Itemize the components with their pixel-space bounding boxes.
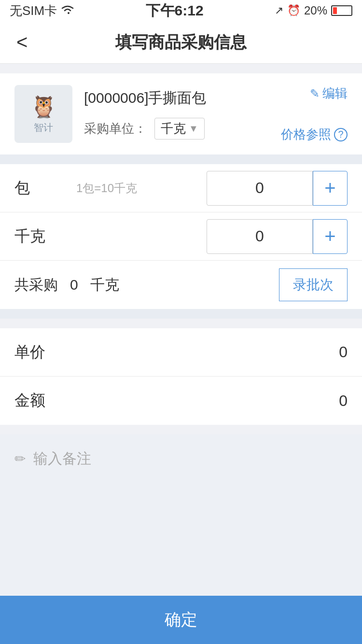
bag-sub-label: 1包=10千克 — [76, 181, 137, 196]
edit-button[interactable]: ✎ 编辑 — [310, 85, 348, 102]
alarm-icon: ⏰ — [287, 4, 300, 17]
note-placeholder: 输入备注 — [33, 449, 91, 469]
product-img-label: 智计 — [34, 121, 53, 134]
status-right: ↗ ⏰ 20% — [275, 4, 352, 17]
battery-percent: 20% — [304, 4, 327, 17]
bag-plus-icon: + — [324, 177, 335, 199]
dropdown-arrow-icon: ▼ — [189, 123, 198, 134]
carrier-label: 无SIM卡 — [10, 2, 57, 19]
kg-plus-icon: + — [324, 225, 335, 247]
bag-input-row: 包 1包=10千克 0 + — [0, 164, 362, 212]
unit-price-value: 0 — [339, 343, 348, 361]
kg-input-row: 千克 0 + — [0, 212, 362, 261]
amount-value: 0 — [339, 392, 348, 410]
status-bar: 无SIM卡 下午6:12 ↗ ⏰ 20% — [0, 0, 362, 21]
unit-value: 千克 — [161, 120, 186, 137]
unit-select[interactable]: 千克 ▼ — [154, 118, 205, 140]
bag-value: 0 — [255, 179, 264, 197]
record-batch-button[interactable]: 录批次 — [279, 268, 348, 301]
battery-icon — [331, 5, 352, 16]
question-icon: ? — [334, 128, 348, 141]
nav-bar: < 填写商品采购信息 — [0, 21, 362, 64]
page-title: 填写商品采购信息 — [115, 31, 247, 54]
bag-plus-button[interactable]: + — [313, 171, 348, 206]
kg-input-box[interactable]: 0 — [207, 219, 313, 254]
back-button[interactable]: < — [12, 27, 32, 58]
bag-label: 包 — [14, 178, 72, 199]
product-name: [0000006]手撕面包 — [84, 88, 348, 108]
summary-label: 共采购 — [14, 277, 58, 293]
unit-price-row: 单价 0 — [0, 328, 362, 377]
kg-value: 0 — [255, 227, 264, 245]
amount-label: 金额 — [14, 390, 45, 411]
price-section: 单价 0 金额 0 — [0, 328, 362, 425]
confirm-bar[interactable]: 确定 — [0, 596, 362, 644]
product-img-owl-icon: 🦉 — [30, 94, 57, 119]
unit-price-label: 单价 — [14, 342, 45, 363]
price-ref-button[interactable]: 价格参照 ? — [281, 126, 348, 143]
summary-unit: 千克 — [90, 277, 119, 293]
pencil-icon: ✏ — [14, 451, 26, 467]
edit-icon: ✎ — [310, 87, 320, 100]
location-icon: ↗ — [275, 4, 283, 17]
section-divider-1 — [0, 154, 362, 164]
kg-plus-button[interactable]: + — [313, 219, 348, 254]
status-left: 无SIM卡 — [10, 2, 74, 19]
input-section: 包 1包=10千克 0 + 千克 0 + 共采购 0 — [0, 164, 362, 309]
summary-row: 共采购 0 千克 录批次 — [0, 261, 362, 309]
product-image: 🦉 智计 — [14, 85, 72, 143]
unit-label: 采购单位： — [84, 120, 147, 137]
amount-row: 金额 0 — [0, 377, 362, 425]
wifi-icon — [61, 3, 74, 18]
kg-label: 千克 — [14, 226, 72, 247]
note-section[interactable]: ✏ 输入备注 — [0, 434, 362, 483]
bag-input-box[interactable]: 0 — [207, 171, 313, 206]
section-divider-2 — [0, 309, 362, 319]
edit-label: 编辑 — [322, 85, 348, 102]
confirm-button-label: 确定 — [165, 609, 197, 631]
kg-input-right: 0 + — [207, 219, 348, 254]
price-ref-label: 价格参照 — [281, 126, 331, 143]
bag-input-right: 0 + — [207, 171, 348, 206]
summary-value: 0 — [70, 277, 78, 293]
product-card: 🦉 智计 [0000006]手撕面包 采购单位： 千克 ▼ ✎ 编辑 价格参照 … — [0, 73, 362, 154]
status-time: 下午6:12 — [146, 1, 204, 21]
summary-text: 共采购 0 千克 — [14, 275, 119, 295]
